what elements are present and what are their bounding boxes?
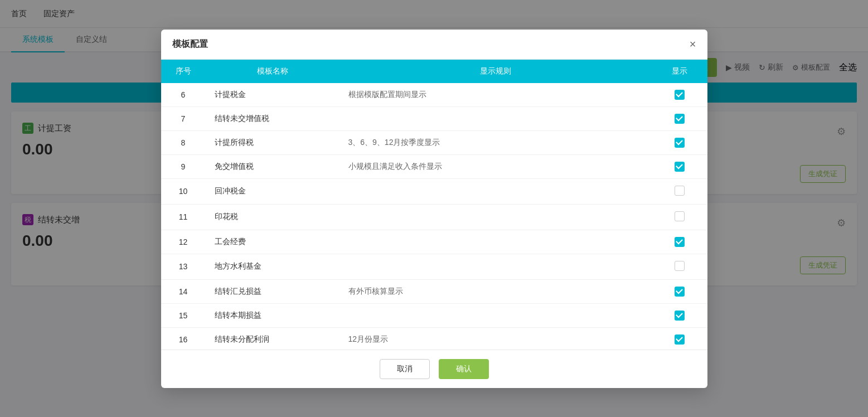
cell-index: 12 <box>161 230 206 254</box>
cell-checkbox[interactable] <box>652 230 707 254</box>
cell-name: 计提所得税 <box>206 130 340 154</box>
cell-checkbox[interactable] <box>652 130 707 154</box>
cell-rule <box>340 254 652 279</box>
cell-checkbox[interactable] <box>652 327 707 350</box>
cell-checkbox[interactable] <box>652 303 707 327</box>
cancel-button[interactable]: 取消 <box>380 359 430 379</box>
cell-name: 结转本期损益 <box>206 303 340 327</box>
checkbox-15[interactable] <box>675 311 685 321</box>
cell-index: 8 <box>161 130 206 154</box>
cell-index: 13 <box>161 254 206 279</box>
cell-rule <box>340 230 652 254</box>
cell-rule: 有外币核算显示 <box>340 279 652 303</box>
cell-name: 地方水利基金 <box>206 254 340 279</box>
cell-rule: 12月份显示 <box>340 327 652 350</box>
cell-checkbox[interactable] <box>652 254 707 279</box>
cell-index: 10 <box>161 178 206 204</box>
cell-index: 11 <box>161 204 206 230</box>
modal-overlay: 模板配置 × 序号 模板名称 显示规则 显示 6计提税金根据模版配置期间显 <box>0 0 868 417</box>
checkbox-10[interactable] <box>675 186 685 196</box>
modal-close-button[interactable]: × <box>690 38 696 50</box>
table-row: 8计提所得税3、6、9、12月按季度显示 <box>161 130 707 154</box>
table-body: 6计提税金根据模版配置期间显示7结转未交增值税8计提所得税3、6、9、12月按季… <box>161 83 707 350</box>
cell-rule: 小规模且满足收入条件显示 <box>340 154 652 178</box>
cell-index: 6 <box>161 83 206 107</box>
table-row: 12工会经费 <box>161 230 707 254</box>
cell-name: 结转汇兑损益 <box>206 279 340 303</box>
checkbox-9[interactable] <box>675 162 685 172</box>
cell-rule <box>340 178 652 204</box>
cell-index: 16 <box>161 327 206 350</box>
cell-name: 免交增值税 <box>206 154 340 178</box>
cell-rule: 3、6、9、12月按季度显示 <box>340 130 652 154</box>
checkbox-14[interactable] <box>675 287 685 297</box>
col-header-name: 模板名称 <box>206 60 340 83</box>
col-header-rule: 显示规则 <box>340 60 652 83</box>
cell-name: 回冲税金 <box>206 178 340 204</box>
modal-header: 模板配置 × <box>161 30 707 60</box>
cell-rule <box>340 303 652 327</box>
cell-checkbox[interactable] <box>652 178 707 204</box>
table-scroll-area[interactable]: 序号 模板名称 显示规则 显示 6计提税金根据模版配置期间显示7结转未交增值税8… <box>161 60 707 350</box>
cell-index: 7 <box>161 106 206 130</box>
col-header-display: 显示 <box>652 60 707 83</box>
table-row: 15结转本期损益 <box>161 303 707 327</box>
checkbox-16[interactable] <box>675 334 685 345</box>
modal-template-config: 模板配置 × 序号 模板名称 显示规则 显示 6计提税金根据模版配置期间显 <box>161 30 707 388</box>
cell-rule <box>340 204 652 230</box>
cell-name: 工会经费 <box>206 230 340 254</box>
table-row: 11印花税 <box>161 204 707 230</box>
confirm-button[interactable]: 确认 <box>439 359 489 379</box>
cell-rule: 根据模版配置期间显示 <box>340 83 652 107</box>
checkbox-7[interactable] <box>675 114 685 124</box>
cell-name: 计提税金 <box>206 83 340 107</box>
cell-checkbox[interactable] <box>652 204 707 230</box>
modal-title: 模板配置 <box>172 38 208 50</box>
checkbox-13[interactable] <box>675 261 685 271</box>
table-row: 6计提税金根据模版配置期间显示 <box>161 83 707 107</box>
cell-checkbox[interactable] <box>652 106 707 130</box>
cell-index: 14 <box>161 279 206 303</box>
cell-name: 结转未分配利润 <box>206 327 340 350</box>
cell-name: 印花税 <box>206 204 340 230</box>
table-row: 16结转未分配利润12月份显示 <box>161 327 707 350</box>
cell-name: 结转未交增值税 <box>206 106 340 130</box>
table-header-row: 序号 模板名称 显示规则 显示 <box>161 60 707 83</box>
cell-index: 9 <box>161 154 206 178</box>
modal-footer: 取消 确认 <box>161 350 707 388</box>
cell-checkbox[interactable] <box>652 154 707 178</box>
cell-checkbox[interactable] <box>652 279 707 303</box>
checkbox-12[interactable] <box>675 237 685 247</box>
table-row: 9免交增值税小规模且满足收入条件显示 <box>161 154 707 178</box>
checkbox-8[interactable] <box>675 138 685 148</box>
config-table: 序号 模板名称 显示规则 显示 6计提税金根据模版配置期间显示7结转未交增值税8… <box>161 60 707 350</box>
checkbox-11[interactable] <box>675 211 685 221</box>
table-row: 10回冲税金 <box>161 178 707 204</box>
col-header-index: 序号 <box>161 60 206 83</box>
cell-rule <box>340 106 652 130</box>
modal-body: 序号 模板名称 显示规则 显示 6计提税金根据模版配置期间显示7结转未交增值税8… <box>161 60 707 350</box>
table-row: 13地方水利基金 <box>161 254 707 279</box>
cell-index: 15 <box>161 303 206 327</box>
table-row: 7结转未交增值税 <box>161 106 707 130</box>
table-row: 14结转汇兑损益有外币核算显示 <box>161 279 707 303</box>
checkbox-6[interactable] <box>675 90 685 100</box>
cell-checkbox[interactable] <box>652 83 707 107</box>
